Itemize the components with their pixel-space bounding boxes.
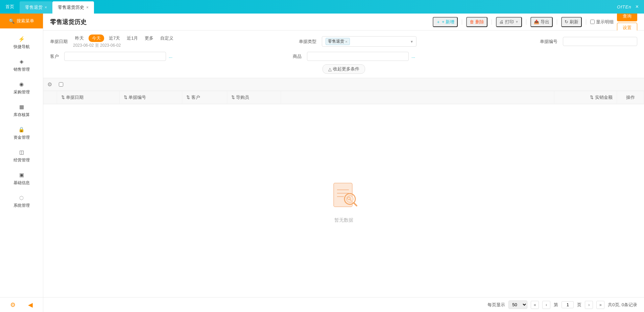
window-close-button[interactable]: × — [636, 4, 639, 10]
type-tag-close[interactable]: × — [345, 40, 347, 44]
settings-icon[interactable]: ⚙ — [10, 301, 16, 309]
print-icon: 🖨 — [499, 19, 504, 24]
header-actions: ＋ + 新增 🗑 删除 🖨 打印 ▼ 📤 导出 — [433, 14, 637, 33]
system-icon: ◌ — [18, 194, 25, 201]
customer-select-btn[interactable]: ... — [169, 54, 172, 59]
select-all-checkbox[interactable] — [59, 82, 63, 87]
sidebar-item-label: 销售管理 — [14, 67, 30, 72]
sidebar-item-system-mgmt[interactable]: ◌ 系统管理 — [0, 190, 43, 213]
filter-area: 单据日期 昨天 今天 近7天 近1月 更多 自定义 2023-06-02 至 2… — [43, 30, 644, 78]
sidebar-item-label: 快捷导航 — [14, 44, 30, 50]
sidebar-search-button[interactable]: 🔍 搜索菜单 — [0, 14, 43, 28]
content-area: 零售退货历史 ＋ + 新增 🗑 删除 🖨 打印 ▼ — [43, 14, 644, 312]
sidebar-item-operation-mgmt[interactable]: ◫ 经营管理 — [0, 144, 43, 167]
total-text: 共0页, 0条记录 — [608, 302, 637, 308]
page-input-prefix: 第 — [554, 302, 558, 308]
data-table: ⇅ 单据日期 ⇅ 单据编号 ⇅ 客户 ⇅ — [43, 91, 644, 104]
type-selector[interactable]: 零售退货 × ▾ — [322, 36, 416, 47]
empty-state: 暂无数据 — [43, 104, 644, 297]
collapse-label: 收起更多条件 — [333, 66, 359, 72]
customer-filter-label: 客户 — [50, 53, 59, 60]
query-button[interactable]: 查询 — [617, 14, 637, 21]
finance-icon: 🔒 — [18, 126, 25, 133]
date-opt-more[interactable]: 更多 — [143, 35, 156, 42]
th-amount[interactable]: ⇅ 实销金额 — [554, 91, 617, 104]
sidebar-item-label: 经营管理 — [14, 157, 30, 163]
sidebar-item-basic-info[interactable]: ▣ 基础信息 — [0, 167, 43, 190]
print-button[interactable]: 🖨 打印 ▼ — [496, 17, 522, 27]
sidebar-nav: ⚡ 快捷导航 ◈ 销售管理 ◉ 采购管理 ▦ 库存核算 🔒 资金管理 ◫ 经营管… — [0, 28, 43, 297]
divider — [462, 19, 462, 25]
tab-retail-return-history-close[interactable]: × — [86, 5, 89, 10]
refresh-button[interactable]: ↻ 刷新 — [561, 17, 582, 27]
goods-input-group: ... — [307, 52, 415, 61]
filter-row-2: 客户 ... 商品 ... — [50, 52, 637, 61]
sidebar-item-quick-nav[interactable]: ⚡ 快捷导航 — [0, 31, 43, 54]
purchase-icon: ◉ — [18, 81, 25, 88]
th-guide-sort-icon: ⇅ — [231, 95, 236, 100]
th-date[interactable]: ⇅ 单据日期 — [57, 91, 119, 104]
goods-select-btn[interactable]: ... — [411, 54, 415, 59]
first-page-button[interactable]: « — [531, 301, 539, 309]
sidebar: 🔍 搜索菜单 ⚡ 快捷导航 ◈ 销售管理 ◉ 采购管理 ▦ 库存核算 🔒 资金 — [0, 14, 43, 312]
tab-retail-return-close[interactable]: × — [45, 5, 47, 10]
sidebar-item-purchase-mgmt[interactable]: ◉ 采购管理 — [0, 76, 43, 99]
th-guide[interactable]: ⇅ 导购员 — [227, 91, 281, 104]
export-button[interactable]: 📤 导出 — [530, 17, 553, 27]
export-icon: 📤 — [534, 19, 539, 24]
date-filter-label: 单据日期 — [50, 39, 68, 45]
date-opt-yesterday[interactable]: 昨天 — [73, 35, 86, 42]
tab-retail-return-history-label: 零售退货历史 — [58, 4, 84, 10]
next-page-button[interactable]: › — [585, 301, 593, 309]
th-voucher-sort-icon: ⇅ — [124, 95, 129, 100]
last-page-button[interactable]: » — [596, 301, 604, 309]
customer-input[interactable] — [64, 52, 166, 61]
sidebar-bottom: ⚙ ◀ — [0, 297, 43, 312]
sidebar-item-inventory[interactable]: ▦ 库存核算 — [0, 99, 43, 122]
sidebar-item-label: 基础信息 — [14, 180, 30, 186]
prev-page-button[interactable]: ‹ — [542, 301, 550, 309]
type-tag-inner: 零售退货 × — [326, 38, 409, 45]
table-settings-icon[interactable]: ⚙ — [47, 81, 52, 88]
collapse-sidebar-icon[interactable]: ◀ — [28, 301, 33, 309]
goods-filter-label: 商品 — [293, 53, 302, 60]
page-size-select[interactable]: 10 20 50 100 — [508, 300, 527, 309]
svg-rect-0 — [334, 183, 352, 207]
tab-retail-return[interactable]: 零售退货 × — [20, 1, 52, 14]
page-number-input[interactable] — [562, 301, 574, 308]
top-bar-right: OfTEn × — [617, 4, 644, 10]
tab-home-label: 首页 — [5, 4, 14, 10]
divider4 — [557, 19, 557, 25]
date-opt-1month[interactable]: 近1月 — [125, 35, 140, 42]
tab-retail-return-history[interactable]: 零售退货历史 × — [52, 1, 94, 14]
show-detail-checkbox[interactable] — [590, 20, 595, 24]
right-btns: 查询 设置 — [617, 14, 637, 33]
tab-home[interactable]: 首页 — [0, 0, 20, 14]
show-detail-checkbox-label[interactable]: 显示明细 — [590, 19, 614, 25]
page-unit: 页 — [577, 302, 581, 308]
date-opt-custom[interactable]: 自定义 — [158, 35, 175, 42]
tab-retail-return-label: 零售退货 — [25, 4, 43, 10]
sidebar-item-sales-mgmt[interactable]: ◈ 销售管理 — [0, 54, 43, 76]
th-amount-sort-icon: ⇅ — [590, 95, 595, 100]
date-opt-today[interactable]: 今天 — [89, 35, 104, 42]
sidebar-item-finance-mgmt[interactable]: 🔒 资金管理 — [0, 122, 43, 144]
sidebar-item-label: 采购管理 — [14, 89, 30, 95]
empty-text: 暂无数据 — [334, 217, 353, 223]
page-header: 零售退货历史 ＋ + 新增 🗑 删除 🖨 打印 ▼ — [43, 14, 644, 30]
date-options: 昨天 今天 近7天 近1月 更多 自定义 — [73, 35, 175, 42]
new-button[interactable]: ＋ + 新增 — [433, 17, 458, 27]
sidebar-search-label: 搜索菜单 — [17, 18, 34, 24]
voucher-input[interactable] — [563, 37, 637, 46]
th-voucher-no[interactable]: ⇅ 单据编号 — [119, 91, 182, 104]
date-opt-7days[interactable]: 近7天 — [107, 35, 122, 42]
delete-button[interactable]: 🗑 删除 — [466, 17, 487, 27]
goods-input[interactable] — [307, 52, 409, 61]
th-customer[interactable]: ⇅ 客户 — [182, 91, 227, 104]
type-tag-badge: 零售退货 × — [326, 38, 350, 45]
collapse-button[interactable]: △ 收起更多条件 — [323, 64, 365, 74]
voucher-filter-label: 单据编号 — [540, 39, 557, 45]
show-detail-label: 显示明细 — [596, 19, 614, 25]
th-customer-sort-icon: ⇅ — [186, 95, 191, 100]
top-bar: 首页 零售退货 × 零售退货历史 × OfTEn × — [0, 0, 644, 14]
